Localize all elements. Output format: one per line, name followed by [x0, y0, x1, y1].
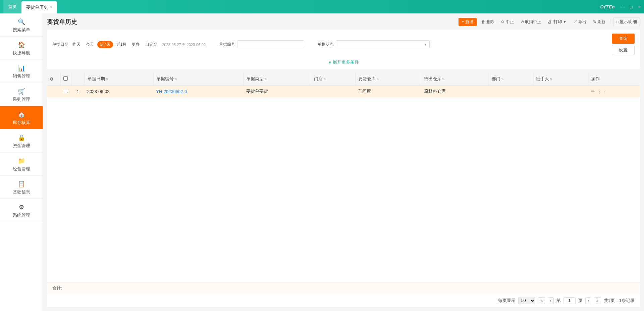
- window-close-icon[interactable]: ×: [638, 4, 641, 9]
- td-pending-warehouse: 原材料仓库: [421, 86, 489, 97]
- sidebar-item-label-finance: 资金管理: [13, 143, 30, 149]
- per-page-select[interactable]: 50 10 20 100: [518, 297, 535, 304]
- sales-icon: 📊: [18, 64, 25, 72]
- edit-icon[interactable]: ✏: [591, 89, 595, 94]
- sidebar-item-search-menu[interactable]: 🔍 搜索菜单: [0, 13, 43, 37]
- sort-icon-dept: ⇅: [501, 77, 504, 81]
- sidebar-item-operations[interactable]: 📁 经营管理: [0, 152, 43, 176]
- sidebar-item-finance[interactable]: 🔒 资金管理: [0, 129, 43, 152]
- print-dropdown-icon[interactable]: ▼: [563, 20, 567, 24]
- tab-home[interactable]: 首页: [3, 0, 21, 13]
- window-maximize-icon[interactable]: □: [630, 4, 633, 9]
- sort-icon-pendingwarehouse: ⇅: [442, 77, 445, 81]
- content-area: 要货单历史 + 新增 🗑 删除 ⊘ 中止 ⊘ 取消中止 🖨 打印 ▼ ↗ 导出 …: [43, 13, 644, 311]
- doc-status-input[interactable]: [336, 40, 430, 48]
- sidebar-item-base-info[interactable]: 📋 基础信息: [0, 176, 43, 199]
- first-page-button[interactable]: «: [538, 297, 545, 304]
- select-all-checkbox[interactable]: [63, 76, 68, 81]
- th-req-warehouse-label: 要货仓库: [358, 76, 376, 82]
- stop-button[interactable]: ⊘ 中止: [499, 18, 516, 26]
- th-doc-number[interactable]: 单据编号 ⇅: [153, 73, 243, 86]
- date-tab-today[interactable]: 今天: [84, 41, 96, 48]
- close-tab-icon[interactable]: ×: [50, 5, 52, 10]
- doc-number-input[interactable]: [237, 40, 304, 48]
- new-button[interactable]: + 新增: [459, 18, 477, 26]
- doc-status-dropdown-icon[interactable]: ▼: [424, 43, 427, 46]
- table-header-row: ⚙ 单据日期 ⇅: [47, 73, 640, 86]
- th-date[interactable]: 单据日期 ⇅: [85, 73, 153, 86]
- footer-summary: 合计:: [47, 282, 640, 294]
- sidebar-item-label-operations: 经营管理: [13, 166, 30, 172]
- window-minimize-icon[interactable]: —: [621, 4, 625, 9]
- sort-icon-doctype: ⇅: [264, 77, 267, 81]
- row-num: 1: [76, 89, 79, 94]
- th-store[interactable]: 门店 ⇅: [311, 73, 355, 86]
- top-bar-right: OfTEn — □ ×: [600, 4, 641, 9]
- expand-more-icon: ∨: [328, 60, 332, 65]
- more-icon[interactable]: ⋮⋮: [597, 89, 606, 94]
- th-handler[interactable]: 经手人 ⇅: [533, 73, 588, 86]
- pagination-bar: 每页显示 50 10 20 100 « ‹ 第 页 › » 共1页，1条记录: [47, 294, 640, 307]
- sort-icon-docnum: ⇅: [174, 77, 177, 81]
- purchase-icon: 🛒: [18, 88, 25, 95]
- date-tab-last7days[interactable]: 近7天: [97, 41, 113, 48]
- last-page-button[interactable]: »: [594, 297, 601, 304]
- doc-number-filter-group: 单据编号: [219, 40, 304, 48]
- delete-button[interactable]: 🗑 删除: [479, 18, 496, 26]
- page-suffix: 页: [578, 298, 583, 304]
- base-info-icon: 📋: [18, 180, 25, 188]
- filter-expand-row: ∨ 展开更多条件: [52, 57, 635, 65]
- next-page-button[interactable]: ›: [585, 297, 591, 304]
- sort-icon-date: ⇅: [106, 77, 108, 81]
- date-tab-more[interactable]: 更多: [130, 41, 142, 48]
- sidebar: 🔍 搜索菜单 🏠 快捷导航 📊 销售管理 🛒 采购管理 🏠 库存核算 🔒 资金管…: [0, 13, 43, 311]
- settings-gear-icon[interactable]: ⚙: [50, 77, 54, 82]
- date-tab-custom[interactable]: 自定义: [143, 41, 159, 48]
- table-scroll[interactable]: ⚙ 单据日期 ⇅: [47, 73, 640, 282]
- inventory-icon: 🏠: [18, 111, 25, 118]
- th-doc-type[interactable]: 单据类型 ⇅: [244, 73, 311, 86]
- expand-more-label: 展开更多条件: [333, 59, 359, 65]
- sidebar-item-sales[interactable]: 📊 销售管理: [0, 60, 43, 83]
- refresh-button[interactable]: ↻ 刷新: [591, 18, 607, 26]
- td-doc-type: 要货单要货: [244, 86, 311, 97]
- th-pending-warehouse[interactable]: 待出仓库 ⇅: [421, 73, 489, 86]
- td-doc-number: YH-20230602-0: [153, 86, 243, 97]
- th-num: [71, 73, 85, 86]
- doc-number-label: 单据编号: [219, 42, 235, 47]
- date-tab-yesterday[interactable]: 昨天: [70, 41, 83, 48]
- sidebar-item-quick-nav[interactable]: 🏠 快捷导航: [0, 37, 43, 60]
- date-tab-last1month[interactable]: 近1月: [114, 41, 129, 48]
- sidebar-item-purchase[interactable]: 🛒 采购管理: [0, 83, 43, 106]
- sidebar-item-label-quicknav: 快捷导航: [13, 50, 30, 56]
- setting-button[interactable]: 设置: [612, 45, 635, 55]
- cancel-stop-button[interactable]: ⊘ 取消中止: [519, 18, 543, 26]
- expand-more-button[interactable]: ∨ 展开更多条件: [328, 59, 359, 65]
- page-number-input[interactable]: [564, 297, 576, 304]
- th-req-warehouse[interactable]: 要货仓库 ⇅: [355, 73, 421, 86]
- page-label: 第: [556, 298, 561, 304]
- filter-area: 单据日期 昨天 今天 近7天 近1月 更多 自定义 2023-05-27 至 2…: [47, 30, 640, 69]
- total-records: 共1页，1条记录: [604, 298, 635, 304]
- sidebar-item-label-baseinfo: 基础信息: [13, 189, 30, 195]
- export-button[interactable]: ↗ 导出: [571, 18, 588, 26]
- sidebar-item-inventory[interactable]: 🏠 库存核算: [0, 106, 43, 129]
- doc-status-filter-group: 单据状态 ▼: [318, 40, 430, 48]
- tab-requisition-history[interactable]: 要货单历史 ×: [21, 1, 57, 13]
- sort-icon-reqwarehouse: ⇅: [376, 77, 379, 81]
- sort-icon-store: ⇅: [323, 77, 326, 81]
- main-layout: 🔍 搜索菜单 🏠 快捷导航 📊 销售管理 🛒 采购管理 🏠 库存核算 🔒 资金管…: [0, 13, 644, 311]
- query-button[interactable]: 查询: [612, 34, 635, 44]
- prev-page-button[interactable]: ‹: [548, 297, 554, 304]
- print-button[interactable]: 🖨 打印 ▼: [546, 17, 569, 26]
- th-department[interactable]: 部门 ⇅: [489, 73, 533, 86]
- row-checkbox[interactable]: [64, 89, 68, 93]
- row-doc-number-link[interactable]: YH-20230602-0: [156, 89, 187, 94]
- row-date: 2023-06-02: [87, 89, 110, 94]
- sidebar-item-system[interactable]: ⚙ 系统管理: [0, 199, 43, 222]
- th-settings: ⚙: [47, 73, 60, 86]
- show-detail-button[interactable]: □ 显示明细: [613, 17, 640, 26]
- th-operation-label: 操作: [591, 76, 600, 81]
- table-row: 1 2023-06-02 YH-20230602-0 要货单要货: [47, 86, 640, 97]
- toolbar: + 新增 🗑 删除 ⊘ 中止 ⊘ 取消中止 🖨 打印 ▼ ↗ 导出 ↻ 刷新 □…: [459, 17, 640, 26]
